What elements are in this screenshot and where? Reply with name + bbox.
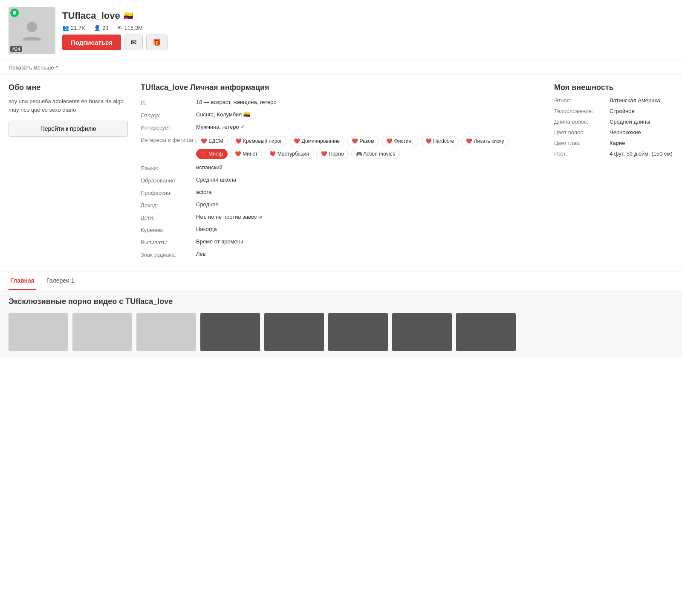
zodiac-row: Знак зодиака: Лев <box>141 251 541 258</box>
interesuet-label: Интересует: <box>141 124 196 131</box>
about-section: Обо мне soy una pequeña adolecente en bu… <box>9 83 128 263</box>
tabs-section: ГлавнаяГалереи 1 <box>0 272 682 290</box>
hair-length-label: Длина волос: <box>554 119 610 125</box>
followers-count: 21,7K <box>71 25 85 31</box>
interest-tag[interactable]: ❤️ Hardcore <box>421 136 459 146</box>
ya-label: Я: <box>141 99 196 106</box>
zodiac-value: Лев <box>196 251 541 257</box>
subscribe-button[interactable]: Подписаться <box>62 35 121 50</box>
gift-button[interactable]: 🎁 <box>146 35 168 50</box>
interest-tag[interactable]: ❤️ БДСМ <box>196 136 228 146</box>
smoking-value: Никогда <box>196 226 541 232</box>
ethnos-label: Этнос: <box>554 97 610 104</box>
hair-color-value: Чернокожие <box>610 129 641 136</box>
interesuet-row: Интересует: Мужчина, гетеро ♂ <box>141 124 541 131</box>
personal-title: TUflaca_love Личная информация <box>141 83 541 92</box>
appearance-title: Моя внешность <box>554 83 673 92</box>
zodiac-label: Знак зодиака: <box>141 251 196 258</box>
profile-info: TUflaca_love 🇨🇴 👥 21,7K 👤 23 👁 115,3M По… <box>62 10 168 50</box>
video-thumb-7[interactable] <box>392 313 452 351</box>
badge-number: #24 <box>10 46 22 52</box>
views-stat: 👁 115,3M <box>117 25 142 31</box>
income-label: Доход: <box>141 201 196 208</box>
hair-length-row: Длина волос: Средней длины <box>554 119 673 125</box>
eye-color-label: Цвет глаз: <box>554 140 610 146</box>
about-text: soy una pequeña adolecente en busca de a… <box>9 97 128 114</box>
svg-point-0 <box>27 22 37 32</box>
video-thumb-2[interactable] <box>72 313 132 351</box>
profession-label: Профессия: <box>141 189 196 196</box>
drinking-value: Время от времени <box>196 238 541 245</box>
eye-color-value: Карие <box>610 140 625 146</box>
otkuda-value: Cucuta, Колумбия 🇨🇴 <box>196 111 541 118</box>
otkuda-row: Откуда: Cucuta, Колумбия 🇨🇴 <box>141 111 541 119</box>
avatar-icon <box>19 17 45 43</box>
interest-tag[interactable]: ❤️ Минет <box>230 149 262 159</box>
languages-label: Языки: <box>141 164 196 171</box>
following-icon: 👤 <box>94 25 101 31</box>
interesuet-value: Мужчина, гетеро ♂ <box>196 124 541 130</box>
views-icon: 👁 <box>117 25 122 31</box>
interest-tag[interactable]: ❤️ Фистинг <box>381 136 418 146</box>
profile-username: TUflaca_love <box>62 10 120 21</box>
height-row: Рост: 4 фут. 59 дюйм. (150 см) <box>554 150 673 157</box>
avatar-container: #24 <box>9 7 55 54</box>
video-thumb-6[interactable] <box>328 313 388 351</box>
exclusive-section: Эксклюзивные порно видео с TUflaca_love <box>0 290 682 358</box>
stats-row: 👥 21,7K 👤 23 👁 115,3M <box>62 25 168 31</box>
eye-color-row: Цвет глаз: Карие <box>554 140 673 146</box>
tab-item[interactable]: Главная <box>9 272 36 290</box>
tags-container: ❤️ БДСМ❤️ Кремовый пирог❤️ Доминирование… <box>196 136 541 159</box>
hair-length-value: Средней длины <box>610 119 650 125</box>
exclusive-title: Эксклюзивные порно видео с TUflaca_love <box>9 297 673 306</box>
interest-tag[interactable]: ❤️ Доминирование <box>289 136 344 146</box>
interest-tag[interactable]: ❤️ Милф <box>196 149 228 159</box>
interest-tag[interactable]: 🎮 Action movies <box>351 149 400 159</box>
profession-value: actora <box>196 189 541 195</box>
interest-tag[interactable]: ❤️ Кремовый пирог <box>231 136 287 146</box>
profile-name-row: TUflaca_love 🇨🇴 <box>62 10 168 21</box>
following-stat: 👤 23 <box>94 25 108 31</box>
children-label: Дети: <box>141 214 196 221</box>
ya-value: 18 — возраст, женщина, гетеро <box>196 99 541 105</box>
children-value: Нет, но не против завести <box>196 214 541 220</box>
personal-title-prefix: TUflaca_love <box>141 83 188 92</box>
interest-tag[interactable]: ❤️ Мастурбация <box>265 149 314 159</box>
profession-row: Профессия: actora <box>141 189 541 196</box>
interests-label: Интересы и фетиши : <box>141 136 196 143</box>
go-to-profile-button[interactable]: Перейти к профилю <box>9 121 128 137</box>
smoking-row: Курение: Никогда <box>141 226 541 233</box>
video-thumb-5[interactable] <box>264 313 324 351</box>
about-title: Обо мне <box>9 83 128 92</box>
ya-row: Я: 18 — возраст, женщина, гетеро <box>141 99 541 106</box>
profile-header: #24 TUflaca_love 🇨🇴 👥 21,7K 👤 23 👁 115,3… <box>0 0 682 61</box>
video-thumb-1[interactable] <box>9 313 68 351</box>
message-button[interactable]: ✉ <box>124 35 143 50</box>
show-less-toggle[interactable]: Показать меньше ^ <box>0 61 682 75</box>
video-grid <box>9 313 673 351</box>
following-count: 23 <box>102 25 108 31</box>
video-thumb-8[interactable] <box>456 313 516 351</box>
education-label: Образование: <box>141 176 196 184</box>
languages-row: Языки: испанский <box>141 164 541 171</box>
height-label: Рост: <box>554 150 610 157</box>
main-content: Обо мне soy una pequeña adolecente en bu… <box>0 75 682 272</box>
drinking-label: Выпивать: <box>141 238 196 246</box>
body-row: Телосложение: Стройное <box>554 108 673 114</box>
video-thumb-3[interactable] <box>136 313 196 351</box>
interest-tag[interactable]: ❤️ Лизать киску <box>461 136 509 146</box>
personal-title-text: Личная информация <box>190 83 269 92</box>
video-thumb-4[interactable] <box>200 313 260 351</box>
interest-tag[interactable]: ❤️ Порно <box>316 149 349 159</box>
hair-color-label: Цвет волос: <box>554 129 610 136</box>
followers-stat: 👥 21,7K <box>62 25 85 31</box>
children-row: Дети: Нет, но не против завести <box>141 214 541 221</box>
education-row: Образование: Средняя школа <box>141 176 541 184</box>
hair-color-row: Цвет волос: Чернокожие <box>554 129 673 136</box>
interest-tag[interactable]: ❤️ Раком <box>347 136 379 146</box>
actions-row: Подписаться ✉ 🎁 <box>62 35 168 50</box>
personal-info: TUflaca_love Личная информация Я: 18 — в… <box>141 83 541 263</box>
income-value: Среднее <box>196 201 541 208</box>
tab-item[interactable]: Галереи 1 <box>45 272 76 290</box>
education-value: Средняя школа <box>196 176 541 183</box>
